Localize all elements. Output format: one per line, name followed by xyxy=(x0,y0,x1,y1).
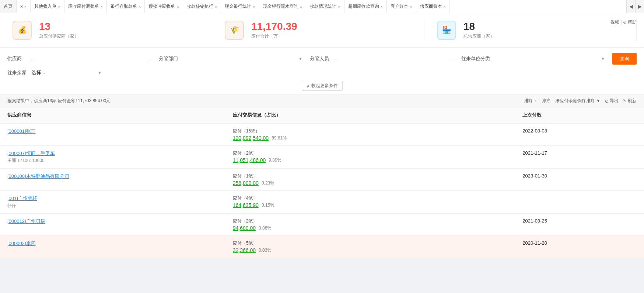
percent-5: 0.03% xyxy=(259,248,271,253)
supplier-link-4[interactable]: [000012]广州贝瑞 xyxy=(7,218,45,224)
nav-advance-offset[interactable]: 预收冲应收单 × xyxy=(145,0,183,13)
filter-row-1: 供应商 ... 分管部门 ▼ 分管人员 ... 往来单位分类 xyxy=(7,53,637,65)
nav-tab-3-close[interactable]: × xyxy=(24,4,27,9)
nav-receipt-stat-close[interactable]: × xyxy=(338,4,340,9)
amount-4[interactable]: 94,600.00 xyxy=(233,225,256,231)
filter-supplier: 供应商 ... xyxy=(7,54,153,63)
nav-other-income[interactable]: 其他收入单 × xyxy=(31,0,64,13)
payable-cell-0: 应付（15笔）100,092,540.0089.61% xyxy=(225,123,515,146)
supplier-input[interactable] xyxy=(29,54,148,63)
filter-department: 分管部门 ▼ xyxy=(159,54,304,63)
nav-supplier-ledger[interactable]: 供应商账本 × xyxy=(416,0,450,13)
supplier-sub-1: 王通 17106110000 xyxy=(7,158,218,164)
nav-ar-ap-adjust[interactable]: 应收应付调整单 × xyxy=(64,0,107,13)
stat-info-2: 11,170.39 应付合计（万） xyxy=(251,21,297,39)
last-payment-cell-3 xyxy=(515,191,644,214)
collapse-button[interactable]: ∧ 收起更多条件 xyxy=(302,81,343,91)
last-payment-cell-1: 2021-11-17 xyxy=(515,146,644,169)
supplier-link-1[interactable]: [000007]恒旺二手叉车 xyxy=(7,151,55,156)
nav-supplier-ledger-close[interactable]: × xyxy=(444,4,446,9)
table-body: [000001]张三应付（15笔）100,092,540.0089.61%202… xyxy=(0,123,644,258)
nav-cash-bank-stat-close[interactable]: × xyxy=(253,4,255,9)
nav-other-income-close[interactable]: × xyxy=(58,4,60,9)
export-button[interactable]: ⊙ 导出 xyxy=(605,98,619,104)
refresh-button[interactable]: ↻ 刷新 xyxy=(623,98,637,104)
refresh-icon: ↻ xyxy=(623,99,627,104)
col-last-payment: 上次付数 xyxy=(515,107,644,123)
stats-header: 💰 13 总应付供应商（家） 🌾 11,170.39 应付合计（万） 🏪 xyxy=(0,13,644,48)
last-payment-cell-0: 2022-08-08 xyxy=(515,123,644,146)
nav-bank-deposit-close[interactable]: × xyxy=(139,4,141,9)
nav-advance-offset-label: 预收冲应收单 xyxy=(148,3,175,10)
payable-label-5: 应付（5笔） xyxy=(233,240,508,247)
supplier-link-0[interactable]: [000001]张三 xyxy=(7,128,36,134)
nav-cash-bank-flow[interactable]: 现金银行流水查询 × xyxy=(259,0,306,13)
supplier-dots-icon[interactable]: ... xyxy=(148,56,151,61)
stat-label-3: 总供应商（家） xyxy=(463,33,494,39)
nav-overdue-query[interactable]: 超期应收款查询 × xyxy=(344,0,387,13)
payable-cell-1: 应付（2笔）11,051,486.009.89% xyxy=(225,146,515,169)
sort-order-text: 排序：按应付余额倒序排序 xyxy=(542,98,595,103)
sort-label: 排序： xyxy=(524,98,538,104)
stat-info-1: 13 总应付供应商（家） xyxy=(39,21,79,39)
nav-tab-3-label: 3 xyxy=(20,4,23,9)
supplier-link-3[interactable]: [001]广州荣轩 xyxy=(7,196,37,201)
svg-text:🏪: 🏪 xyxy=(442,25,451,34)
nav-cash-bank-flow-close[interactable]: × xyxy=(300,4,302,9)
result-bar: 搜索结果中，供应商13家 应付金额111,703,854.00元 排序： 排序：… xyxy=(0,95,644,107)
filter-row-2: 往来余额 选择... ▼ xyxy=(7,68,637,77)
nav-customer-ledger[interactable]: 客户账本 × xyxy=(387,0,416,13)
payable-cell-3: 应付（4笔）164,635.900.15% xyxy=(225,191,515,214)
last-payment-cell-5: 2020-11-20 xyxy=(515,236,644,258)
nav-tab-3[interactable]: 3 × xyxy=(17,0,31,13)
stat-icon-3: 🏪 xyxy=(435,19,458,41)
amount-3[interactable]: 164,635.90 xyxy=(233,202,259,208)
nav-advance-offset-close[interactable]: × xyxy=(176,4,179,9)
nav-cash-bank-stat[interactable]: 现金银行统计 × xyxy=(221,0,259,13)
person-label: 分管人员 xyxy=(310,55,329,62)
nav-prev-arrow[interactable]: ◀ xyxy=(626,0,635,13)
category-select[interactable] xyxy=(493,54,607,63)
sort-order[interactable]: 排序：按应付余额倒序排序 ▼ xyxy=(542,98,601,104)
nav-ar-ap-adjust-label: 应收应付调整单 xyxy=(68,3,99,10)
nav-overdue-query-close[interactable]: × xyxy=(381,4,383,9)
nav-home[interactable]: 首页 xyxy=(0,0,17,13)
nav-receipt-verify-label: 收款核销执行 xyxy=(187,3,213,10)
percent-1: 9.89% xyxy=(269,158,281,163)
nav-receipt-stat[interactable]: 收款情况统计 × xyxy=(306,0,344,13)
nav-ar-ap-adjust-close[interactable]: × xyxy=(101,4,103,9)
amount-1[interactable]: 11,051,486.00 xyxy=(233,157,266,163)
nav-bank-deposit[interactable]: 银行存取款单 × xyxy=(107,0,145,13)
supplier-cell-3: [001]广州荣轩仔仔 xyxy=(0,191,225,214)
nav-overdue-query-label: 超期应收款查询 xyxy=(348,3,379,10)
refresh-label: 刷新 xyxy=(628,98,637,104)
amount-0[interactable]: 100,092,540.00 xyxy=(233,135,269,141)
supplier-link-2[interactable]: [000100]本特勤油品有限公司 xyxy=(7,173,69,179)
svg-text:🌾: 🌾 xyxy=(230,25,239,34)
nav-next-arrow[interactable]: ▶ xyxy=(635,0,644,13)
nav-supplier-ledger-label: 供应商账本 xyxy=(420,3,442,10)
supplier-table: 供应商信息 应付交易信息（占比） 上次付数 [000001]张三应付（15笔）1… xyxy=(0,107,644,258)
nav-receipt-verify[interactable]: 收款核销执行 × xyxy=(183,0,221,13)
table-row: [000100]本特勤油品有限公司应付（1笔）258,000.000.23%20… xyxy=(0,169,644,191)
stat-block-3: 🏪 18 总供应商（家） xyxy=(424,19,637,41)
top-navigation: 首页 3 × 其他收入单 × 应收应付调整单 × 银行存取款单 × 预收冲应收单… xyxy=(0,0,644,13)
video-link[interactable]: 视频 xyxy=(610,20,619,25)
payable-cell-5: 应付（5笔）32,366.000.03% xyxy=(225,236,515,258)
help-link[interactable]: 帮助 xyxy=(628,20,637,25)
stat-block-2: 🌾 11,170.39 应付合计（万） xyxy=(212,19,424,41)
balance-select[interactable]: 选择... xyxy=(29,68,103,77)
department-select[interactable] xyxy=(181,54,304,63)
person-dots-icon[interactable]: ... xyxy=(450,56,454,61)
supplier-sub-3: 仔仔 xyxy=(7,203,218,209)
amount-5[interactable]: 32,366.00 xyxy=(233,247,256,253)
person-input[interactable] xyxy=(332,54,450,63)
last-payment-cell-2: 2023-01-30 xyxy=(515,169,644,191)
amount-2[interactable]: 258,000.00 xyxy=(233,180,259,186)
search-button[interactable]: 查询 xyxy=(612,53,637,65)
supplier-cell-4: [000012]广州贝瑞 xyxy=(0,214,225,236)
nav-customer-ledger-close[interactable]: × xyxy=(410,4,412,9)
nav-receipt-verify-close[interactable]: × xyxy=(215,4,217,9)
table-row: [001]广州荣轩仔仔应付（4笔）164,635.900.15% xyxy=(0,191,644,214)
supplier-link-5[interactable]: [000002]李四 xyxy=(7,241,36,246)
